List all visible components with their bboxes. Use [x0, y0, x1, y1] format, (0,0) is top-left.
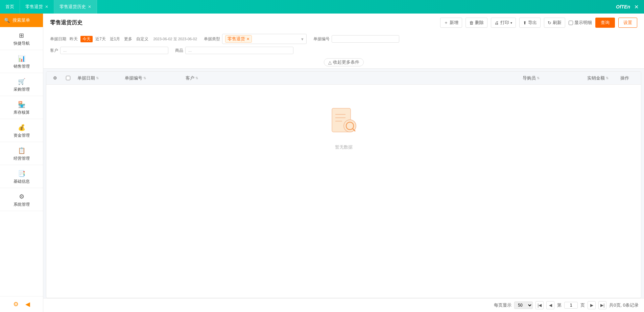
- sidebar-item-operation-label: 经营管理: [14, 156, 30, 161]
- sidebar-item-finance[interactable]: 💰 资金管理: [0, 119, 43, 142]
- bill-type-tag-remove[interactable]: ✕: [246, 37, 249, 41]
- sidebar-item-basic[interactable]: 📑 基础信息: [0, 165, 43, 188]
- tab-home-label: 首页: [5, 4, 14, 10]
- delete-button[interactable]: 🗑 删除: [466, 18, 487, 28]
- new-icon: ＋: [444, 20, 448, 26]
- empty-icon: [327, 105, 361, 139]
- tab-retail-return[interactable]: 零售退货 ✕: [20, 0, 54, 14]
- filter-row-1: 单据日期 昨天 今天 近7天 近1月 更多 自定义 2023-06-02 至 2…: [50, 34, 637, 44]
- refresh-button[interactable]: ↻ 刷新: [544, 18, 565, 28]
- collapse-icon: △: [328, 60, 332, 65]
- settings-button[interactable]: 设置: [618, 18, 637, 28]
- basic-icon: 📑: [18, 170, 25, 177]
- sidebar-item-purchase[interactable]: 🛒 采购管理: [0, 73, 43, 96]
- export-button[interactable]: ⬆ 导出: [519, 18, 541, 28]
- date-option-yesterday[interactable]: 昨天: [68, 36, 79, 42]
- tab-home[interactable]: 首页: [0, 0, 20, 14]
- bill-type-filter: 单据类型 零售退货 ✕ ▾: [204, 34, 307, 44]
- first-page-button[interactable]: |◀: [535, 301, 544, 309]
- query-button[interactable]: 查询: [595, 18, 615, 28]
- purchase-icon: 🛒: [18, 78, 25, 85]
- collapse-button[interactable]: △ 收起更多条件: [324, 58, 364, 66]
- date-option-last7[interactable]: 近7天: [94, 36, 107, 42]
- bill-type-label: 单据类型: [204, 36, 220, 42]
- date-option-more[interactable]: 更多: [123, 36, 134, 42]
- th-guide[interactable]: 导购员 ⇅: [520, 75, 571, 81]
- print-label: 打印: [500, 20, 509, 26]
- date-option-custom[interactable]: 自定义: [135, 36, 150, 42]
- topbar-right: OfTEn ✕: [616, 4, 644, 10]
- prev-page-button[interactable]: ◀: [546, 301, 554, 309]
- pagination-bar: 每页显示 50 20 100 |◀ ◀ 第 页 ▶ ▶| 共0页, 0条记录: [43, 298, 644, 312]
- last-page-button[interactable]: ▶|: [598, 301, 606, 309]
- bill-no-label: 单据编号: [313, 36, 330, 42]
- th-amount-label: 实销金额: [587, 75, 605, 81]
- tab-retail-return-history-label: 零售退货历史: [59, 4, 86, 10]
- date-options: 昨天 今天 近7天 近1月 更多 自定义: [68, 36, 150, 42]
- date-option-today[interactable]: 今天: [80, 36, 93, 42]
- customer-input[interactable]: ...: [60, 47, 168, 54]
- query-label: 查询: [601, 20, 610, 25]
- th-billno[interactable]: 单据编号 ⇅: [122, 75, 183, 81]
- sidebar-item-inventory[interactable]: 🏪 库存核算: [0, 96, 43, 119]
- th-customer-sort: ⇅: [195, 76, 198, 80]
- refresh-icon: ↻: [548, 20, 551, 25]
- th-checkbox[interactable]: [61, 76, 75, 80]
- delete-label: 删除: [475, 20, 484, 26]
- topbar-close[interactable]: ✕: [634, 4, 639, 10]
- th-op: 操作: [611, 75, 638, 81]
- th-op-label: 操作: [620, 75, 629, 81]
- th-billno-sort: ⇅: [143, 76, 146, 80]
- top-bar: 首页 零售退货 ✕ 零售退货历史 ✕ OfTEn ✕: [0, 0, 644, 14]
- bill-no-input[interactable]: [332, 35, 399, 43]
- next-page-button[interactable]: ▶: [588, 301, 596, 309]
- system-icon: ⚙: [19, 193, 24, 200]
- show-detail-toggle[interactable]: 显示明细: [569, 20, 592, 26]
- page-num-input[interactable]: [564, 302, 578, 309]
- th-setting[interactable]: ⚙: [49, 75, 61, 81]
- sidebar-item-system[interactable]: ⚙ 系统管理: [0, 188, 43, 211]
- sidebar-item-sales-label: 销售管理: [14, 64, 30, 69]
- sidebar-search[interactable]: 🔍 搜索菜单: [0, 14, 43, 27]
- th-amount-sort: ⇅: [606, 76, 609, 80]
- quick-nav-icon: ⊞: [19, 32, 24, 39]
- sidebar-settings-icon[interactable]: ⚙: [13, 300, 19, 308]
- bill-no-filter: 单据编号: [313, 35, 399, 43]
- print-button[interactable]: 🖨 打印 ▾: [491, 18, 516, 28]
- date-filter-label: 单据日期: [50, 36, 66, 42]
- select-all-checkbox[interactable]: [66, 76, 70, 80]
- tab-retail-return-close[interactable]: ✕: [45, 4, 48, 9]
- th-customer-label: 客户: [186, 75, 194, 81]
- goods-input[interactable]: ...: [185, 47, 293, 54]
- total-label: 共0页, 0条记录: [609, 302, 639, 308]
- tab-retail-return-history[interactable]: 零售退货历史 ✕: [54, 0, 97, 14]
- sidebar-item-quick-nav-label: 快捷导航: [14, 41, 30, 46]
- th-customer[interactable]: 客户 ⇅: [183, 75, 520, 81]
- th-guide-sort: ⇅: [537, 76, 540, 80]
- new-button[interactable]: ＋ 新增: [440, 18, 462, 28]
- sidebar-item-operation[interactable]: 📋 经营管理: [0, 142, 43, 165]
- finance-icon: 💰: [18, 124, 25, 131]
- sidebar-bottom: ⚙ ◀: [0, 296, 43, 312]
- table-header: ⚙ 单据日期 ⇅ 单据编号 ⇅ 客户 ⇅ 导购员: [46, 72, 641, 85]
- sidebar-item-inventory-label: 库存核算: [14, 110, 30, 115]
- sidebar-item-sales[interactable]: 📊 销售管理: [0, 50, 43, 73]
- customer-placeholder: ...: [63, 48, 67, 53]
- sidebar-item-quick-nav[interactable]: ⊞ 快捷导航: [0, 27, 43, 50]
- settings-label: 设置: [623, 20, 632, 25]
- page-size-select[interactable]: 50 20 100: [514, 302, 533, 309]
- date-range-display: 2023-06-02 至 2023-06-02: [153, 37, 197, 42]
- th-date-label: 单据日期: [77, 75, 95, 81]
- tab-retail-return-label: 零售退货: [25, 4, 43, 10]
- tab-bar: 首页 零售退货 ✕ 零售退货历史 ✕: [0, 0, 616, 14]
- date-option-last-month[interactable]: 近1月: [109, 36, 122, 42]
- toolbar: ＋ 新增 🗑 删除 🖨 打印 ▾ ⬆ 导出: [440, 18, 637, 28]
- th-billno-label: 单据编号: [125, 75, 142, 81]
- th-amount[interactable]: 实销金额 ⇅: [571, 75, 611, 81]
- th-date[interactable]: 单据日期 ⇅: [75, 75, 122, 81]
- bill-type-select-chevron: ▾: [301, 37, 304, 42]
- show-detail-checkbox-input[interactable]: [569, 21, 573, 25]
- bill-type-select[interactable]: 零售退货 ✕ ▾: [222, 34, 307, 44]
- sidebar-collapse-icon[interactable]: ◀: [25, 300, 30, 308]
- tab-retail-return-history-close[interactable]: ✕: [88, 4, 91, 9]
